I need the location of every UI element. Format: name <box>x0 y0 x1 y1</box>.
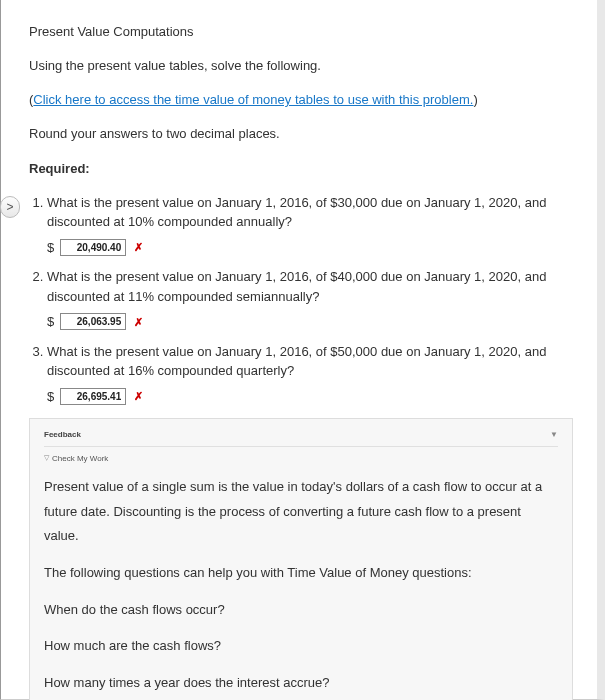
question-item: What is the present value on January 1, … <box>47 342 573 407</box>
currency-symbol: $ <box>47 238 54 258</box>
currency-symbol: $ <box>47 387 54 407</box>
tables-link-line: (Click here to access the time value of … <box>29 90 573 110</box>
answer-row: $ ✗ <box>47 238 573 258</box>
feedback-header: Feedback ▼ <box>44 429 558 446</box>
currency-symbol: $ <box>47 312 54 332</box>
paren-close: ) <box>473 92 477 107</box>
feedback-body: Present value of a single sum is the val… <box>44 475 558 700</box>
question-text: What is the present value on January 1, … <box>47 195 546 230</box>
answer-input-3[interactable] <box>60 388 126 405</box>
answer-row: $ ✗ <box>47 312 573 332</box>
question-item: What is the present value on January 1, … <box>47 193 573 258</box>
feedback-hint: How many times a year does the interest … <box>44 671 558 696</box>
check-my-work-label: Check My Work <box>52 453 108 465</box>
required-label: Required: <box>29 159 573 179</box>
feedback-paragraph: Present value of a single sum is the val… <box>44 475 558 549</box>
incorrect-icon: ✗ <box>134 239 143 256</box>
feedback-paragraph: The following questions can help you wit… <box>44 561 558 586</box>
time-value-tables-link[interactable]: Click here to access the time value of m… <box>33 92 473 107</box>
feedback-title: Feedback <box>44 429 81 441</box>
page-title: Present Value Computations <box>29 22 573 42</box>
feedback-hint: When do the cash flows occur? <box>44 598 558 623</box>
question-text: What is the present value on January 1, … <box>47 344 546 379</box>
chevron-right-icon: > <box>6 200 13 214</box>
question-item: What is the present value on January 1, … <box>47 267 573 332</box>
triangle-down-icon: ▽ <box>44 453 49 464</box>
prev-nav-button[interactable]: > <box>0 196 20 218</box>
collapse-icon[interactable]: ▼ <box>550 429 558 441</box>
question-list: What is the present value on January 1, … <box>29 193 573 407</box>
answer-input-1[interactable] <box>60 239 126 256</box>
intro-text-1: Using the present value tables, solve th… <box>29 56 573 76</box>
incorrect-icon: ✗ <box>134 314 143 331</box>
answer-input-2[interactable] <box>60 313 126 330</box>
intro-text-2: Round your answers to two decimal places… <box>29 124 573 144</box>
incorrect-icon: ✗ <box>134 388 143 405</box>
question-text: What is the present value on January 1, … <box>47 269 546 304</box>
feedback-hint: How much are the cash flows? <box>44 634 558 659</box>
question-content: Present Value Computations Using the pre… <box>1 0 597 700</box>
check-my-work-toggle[interactable]: ▽ Check My Work <box>44 453 558 465</box>
answer-row: $ ✗ <box>47 387 573 407</box>
feedback-panel: Feedback ▼ ▽ Check My Work Present value… <box>29 418 573 700</box>
